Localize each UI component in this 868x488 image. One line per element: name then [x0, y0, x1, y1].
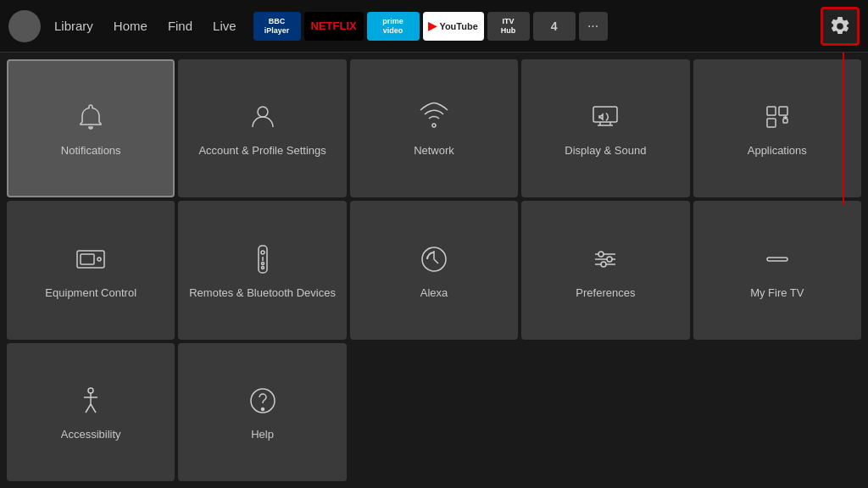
- alexa-label: Alexa: [420, 286, 448, 301]
- svg-point-21: [607, 257, 612, 262]
- remotes-label: Remotes & Bluetooth Devices: [189, 286, 336, 301]
- network-icon: [415, 98, 453, 136]
- tile-applications[interactable]: Applications: [693, 59, 861, 197]
- nav-library[interactable]: Library: [54, 19, 93, 33]
- accessibility-label: Accessibility: [61, 428, 121, 442]
- svg-point-20: [598, 252, 604, 257]
- tile-accessibility[interactable]: Accessibility: [7, 343, 175, 481]
- svg-point-30: [261, 408, 264, 410]
- nav-find[interactable]: Find: [168, 19, 192, 33]
- svg-line-27: [86, 404, 91, 413]
- display-sound-icon: [587, 98, 624, 136]
- accessibility-icon: [72, 382, 109, 419]
- svg-point-14: [261, 262, 264, 264]
- notifications-label: Notifications: [61, 144, 121, 158]
- svg-rect-23: [767, 258, 787, 261]
- app-prime-video[interactable]: primevideo: [367, 12, 420, 41]
- tile-notifications[interactable]: Notifications: [7, 59, 175, 197]
- tile-remotes[interactable]: Remotes & Bluetooth Devices: [178, 201, 346, 339]
- applications-icon: [759, 98, 796, 136]
- tile-help[interactable]: Help: [178, 343, 346, 481]
- app-channel4[interactable]: 4: [533, 12, 576, 41]
- nav-live[interactable]: Live: [213, 19, 236, 33]
- svg-point-22: [601, 262, 606, 267]
- svg-rect-5: [783, 119, 787, 123]
- settings-grid: Notifications Account & Profile Settings…: [0, 53, 868, 488]
- tile-preferences[interactable]: Preferences: [521, 201, 689, 339]
- notifications-icon: [72, 98, 109, 136]
- app-youtube[interactable]: ▶YouTube: [423, 12, 484, 41]
- display-sound-label: Display & Sound: [565, 144, 646, 158]
- svg-rect-4: [767, 119, 776, 127]
- app-netflix[interactable]: NETFLIX: [304, 12, 364, 41]
- nav-apps: BBCiPlayer NETFLIX primevideo ▶YouTube I…: [253, 12, 814, 41]
- tile-my-fire-tv[interactable]: My Fire TV: [693, 201, 861, 339]
- tile-network[interactable]: Network: [350, 59, 518, 197]
- my-fire-tv-label: My Fire TV: [750, 286, 804, 301]
- tile-display-sound[interactable]: Display & Sound: [521, 59, 689, 197]
- svg-rect-1: [593, 107, 617, 122]
- svg-rect-8: [77, 251, 104, 268]
- tile-account[interactable]: Account & Profile Settings: [178, 59, 346, 197]
- top-nav: Library Home Find Live BBCiPlayer NETFLI…: [0, 0, 868, 53]
- settings-gear-button[interactable]: [821, 7, 860, 46]
- svg-rect-2: [767, 107, 776, 115]
- nav-links: Library Home Find Live: [54, 19, 236, 33]
- my-fire-tv-icon: [759, 241, 796, 278]
- gear-icon: [829, 15, 851, 37]
- svg-point-0: [258, 107, 268, 117]
- nav-home[interactable]: Home: [114, 19, 147, 33]
- account-label: Account & Profile Settings: [198, 144, 326, 158]
- help-label: Help: [251, 428, 274, 442]
- preferences-icon: [587, 241, 624, 278]
- svg-point-24: [88, 388, 93, 393]
- app-itv[interactable]: ITVHub: [487, 12, 530, 41]
- network-label: Network: [414, 144, 454, 158]
- svg-point-10: [97, 258, 101, 261]
- applications-label: Applications: [748, 144, 807, 158]
- alexa-icon: [415, 241, 453, 278]
- avatar: [8, 10, 41, 42]
- svg-rect-9: [81, 254, 94, 264]
- help-icon: [244, 382, 281, 419]
- account-icon: [244, 98, 281, 136]
- preferences-label: Preferences: [576, 286, 635, 301]
- scroll-indicator: [843, 53, 844, 205]
- svg-rect-3: [779, 107, 787, 115]
- tile-alexa[interactable]: Alexa: [350, 201, 518, 339]
- svg-point-15: [261, 266, 264, 269]
- equipment-label: Equipment Control: [45, 286, 136, 301]
- remotes-icon: [244, 241, 281, 278]
- svg-point-12: [261, 251, 264, 254]
- app-bbc-iplayer[interactable]: BBCiPlayer: [253, 12, 301, 41]
- app-more-button[interactable]: ···: [579, 12, 608, 41]
- equipment-icon: [72, 241, 109, 278]
- svg-line-28: [91, 404, 96, 413]
- tile-equipment[interactable]: Equipment Control: [7, 201, 175, 339]
